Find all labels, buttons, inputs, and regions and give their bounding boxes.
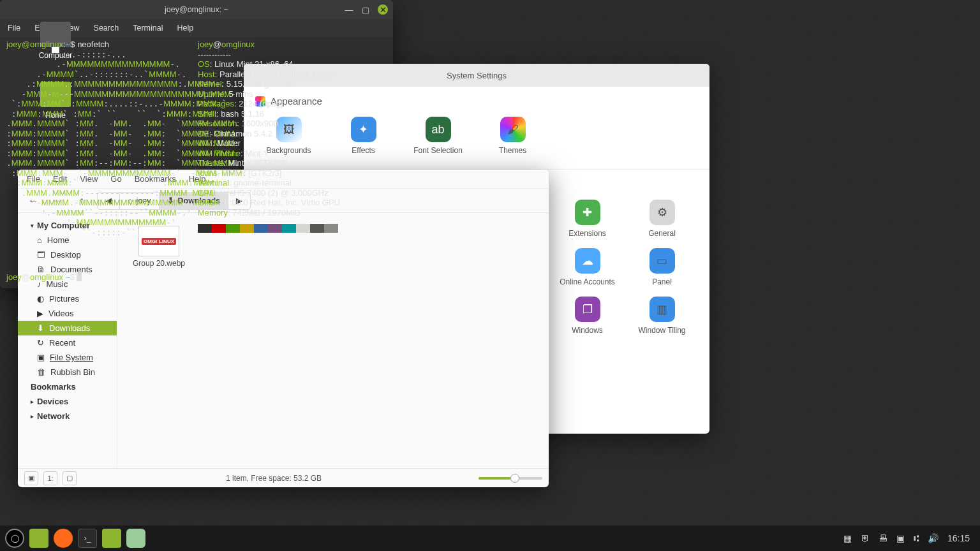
sidebar-network[interactable]: ▸ Network <box>18 409 117 423</box>
sidebar-devices[interactable]: ▸ Devices <box>18 394 117 409</box>
settings-item-panel[interactable]: ▭Panel <box>625 243 699 291</box>
settings-item-windows[interactable]: ❐Windows <box>550 291 625 349</box>
taskbar-terminal-button[interactable]: ›_ <box>78 529 97 548</box>
window-close-button[interactable]: ✕ <box>378 4 388 15</box>
settings-item-general[interactable]: ⚙General <box>625 195 699 243</box>
sidebar-item-recent-icon: ↻ <box>37 338 44 348</box>
sidebar-item-file-system[interactable]: ▣File System <box>18 350 117 365</box>
tray-tiling-icon[interactable]: ▦ <box>843 533 852 543</box>
window-minimize-button[interactable]: — <box>345 5 353 14</box>
settings-icon: ▭ <box>650 248 675 274</box>
settings-icon: ▥ <box>650 297 675 322</box>
sidebar-item-rubbish-bin[interactable]: 🗑Rubbish Bin <box>18 365 117 379</box>
sidebar-item-videos-icon: ▶ <box>37 309 43 318</box>
terminal-cursor <box>77 272 82 281</box>
sidebar-item-pictures[interactable]: ◐Pictures <box>18 291 117 306</box>
tray-display-icon[interactable]: ▣ <box>896 533 905 543</box>
color-palette <box>198 224 340 233</box>
tray-clock[interactable]: 16:15 <box>947 533 970 543</box>
tray-volume-icon[interactable]: 🔊 <box>928 533 939 543</box>
terminal-title: joey@omglinux: ~ <box>165 5 228 14</box>
view-places-button[interactable]: ▣ <box>24 471 38 485</box>
tray-network-icon[interactable]: ⑆ <box>914 533 919 543</box>
sidebar-item-recent[interactable]: ↻Recent <box>18 335 117 350</box>
settings-icon: ⚙ <box>650 200 675 225</box>
view-toggle-button[interactable]: ▢ <box>63 471 77 485</box>
terminal-prompt: joey@omglinux:~$ <box>6 272 82 282</box>
term-menu-help[interactable]: Help <box>177 24 193 33</box>
file-manager-statusbar: ▣ 1: ▢ 1 item, Free space: 53.2 GB <box>18 468 549 487</box>
status-text: 1 item, Free space: 53.2 GB <box>226 474 322 483</box>
sidebar-item-downloads-icon: ⬇ <box>37 323 44 333</box>
settings-item-window-tiling[interactable]: ▥Window Tiling <box>625 291 699 349</box>
taskbar-filemanager-button[interactable] <box>102 529 121 548</box>
sidebar-item-downloads[interactable]: ⬇Downloads <box>18 321 117 335</box>
settings-icon: ✚ <box>575 200 600 225</box>
taskbar-settings-button[interactable] <box>126 529 145 548</box>
settings-icon: ❐ <box>575 297 600 322</box>
term-menu-file[interactable]: File <box>8 24 20 33</box>
settings-item-themes[interactable]: 🖌Themes <box>475 112 550 160</box>
sidebar-item-rubbish-bin-icon: 🗑 <box>37 367 45 377</box>
tray-shield-icon[interactable]: ⛨ <box>861 533 870 543</box>
settings-icon: ab <box>426 117 451 142</box>
view-tree-button[interactable]: 1: <box>43 471 57 485</box>
system-tray: ▦ ⛨ 🖶 ▣ ⑆ 🔊 16:15 <box>843 533 970 543</box>
term-menu-terminal[interactable]: Terminal <box>133 24 163 33</box>
tray-printer-icon[interactable]: 🖶 <box>879 533 887 543</box>
term-menu-search[interactable]: Search <box>94 24 119 33</box>
zoom-slider[interactable] <box>479 477 542 480</box>
window-maximize-button[interactable]: ▢ <box>361 5 370 14</box>
settings-icon: 🖌 <box>500 117 526 142</box>
terminal-screen[interactable]: joey@omglinux:~$ neofetch ...-:::::-... … <box>0 37 393 288</box>
settings-icon: ☁ <box>575 248 600 274</box>
sidebar-bookmarks[interactable]: Bookmarks <box>18 379 117 394</box>
taskbar-files-button[interactable] <box>29 529 48 548</box>
settings-item-font-selection[interactable]: abFont Selection <box>401 112 475 160</box>
sidebar-item-videos[interactable]: ▶Videos <box>18 306 117 321</box>
terminal-titlebar: joey@omglinux: ~ — ▢ ✕ <box>0 0 393 19</box>
settings-item-online-accounts[interactable]: ☁Online Accounts <box>550 243 625 291</box>
taskbar-firefox-button[interactable] <box>54 529 73 548</box>
taskbar: ◯ ›_ ▦ ⛨ 🖶 ▣ ⑆ 🔊 16:15 <box>0 525 980 551</box>
start-menu-button[interactable]: ◯ <box>5 529 24 548</box>
sidebar-item-pictures-icon: ◐ <box>37 294 44 304</box>
terminal-window: joey@omglinux: ~ — ▢ ✕ FileEditViewSearc… <box>0 0 393 288</box>
settings-item-extensions[interactable]: ✚Extensions <box>550 195 625 243</box>
sidebar-item-file-system-icon: ▣ <box>37 353 45 362</box>
